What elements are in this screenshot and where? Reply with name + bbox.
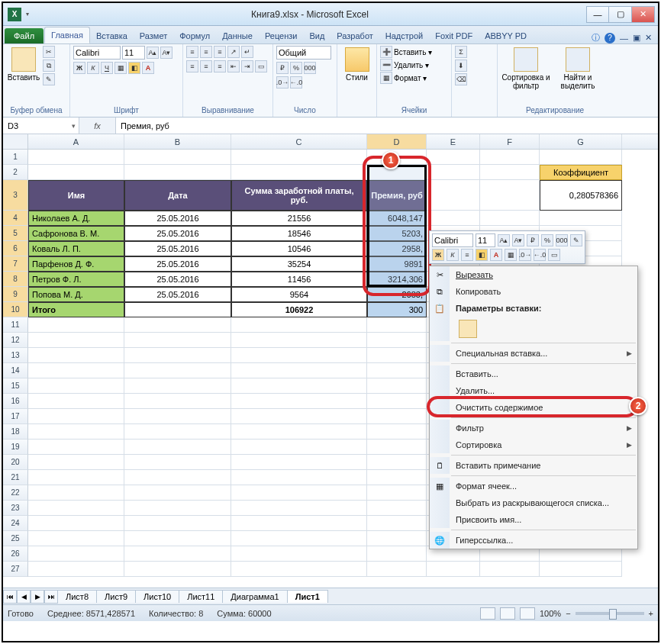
cell[interactable]: [28, 424, 124, 440]
tab-insert[interactable]: Вставка: [90, 28, 134, 43]
mini-font-name[interactable]: Calibri: [432, 233, 473, 247]
view-break-icon[interactable]: [520, 607, 535, 620]
cell[interactable]: [28, 516, 124, 531]
mini-font-color-icon[interactable]: A: [490, 249, 502, 261]
cell[interactable]: Попова М. Д.: [28, 287, 124, 302]
ctx-delete[interactable]: Удалить...: [430, 382, 637, 399]
fx-icon[interactable]: fx: [79, 118, 116, 134]
cell[interactable]: Коваль Л. П.: [28, 241, 124, 256]
cell[interactable]: [231, 363, 367, 378]
cell[interactable]: [124, 165, 231, 180]
row-header[interactable]: 16: [3, 394, 28, 409]
cell[interactable]: 3214,306: [367, 272, 427, 287]
ctx-cut[interactable]: ✂Вырезать: [430, 266, 637, 283]
mini-grow-font-icon[interactable]: A▴: [498, 234, 510, 246]
sort-filter-button[interactable]: Сортировка и фильтр: [501, 46, 551, 90]
workbook-minimize-icon[interactable]: —: [620, 34, 628, 43]
cell[interactable]: [367, 440, 427, 455]
cell[interactable]: 2683,: [367, 287, 427, 302]
autosum-icon[interactable]: Σ: [455, 46, 467, 58]
cell[interactable]: [231, 317, 367, 333]
cell[interactable]: [367, 317, 427, 333]
cell[interactable]: [124, 394, 231, 409]
decrease-font-icon[interactable]: A▾: [160, 47, 173, 59]
zoom-out-icon[interactable]: −: [566, 609, 570, 618]
row-header[interactable]: 5: [3, 226, 28, 241]
col-C[interactable]: C: [231, 134, 367, 149]
cell[interactable]: [367, 501, 427, 516]
sheet-nav-last[interactable]: ⏭: [44, 590, 58, 604]
cell[interactable]: [367, 455, 427, 470]
col-G[interactable]: G: [540, 134, 622, 149]
row-header[interactable]: 1: [3, 150, 28, 165]
cell[interactable]: [28, 378, 124, 394]
view-layout-icon[interactable]: [500, 607, 515, 620]
ctx-clear-contents[interactable]: Очистить содержимое: [430, 399, 637, 416]
cell[interactable]: [28, 501, 124, 516]
sheet-tab[interactable]: Лист8: [57, 590, 97, 603]
cell[interactable]: Сафронова В. М.: [28, 226, 124, 241]
cell[interactable]: Дата: [124, 180, 231, 211]
cell[interactable]: [28, 562, 124, 577]
ctx-hyperlink[interactable]: 🌐Гиперссылка...: [430, 532, 637, 549]
align-bottom-icon[interactable]: ≡: [214, 46, 226, 58]
cell[interactable]: 6048,147: [367, 211, 427, 226]
font-name-combo[interactable]: Calibri: [73, 46, 121, 60]
sheet-tab[interactable]: Диаграмма1: [222, 590, 287, 603]
cell[interactable]: [28, 485, 124, 501]
row-header[interactable]: 12: [3, 333, 28, 348]
ctx-copy[interactable]: ⧉Копировать: [430, 283, 637, 300]
row-header[interactable]: 17: [3, 409, 28, 424]
sheet-nav-next[interactable]: ▶: [31, 590, 44, 604]
cell[interactable]: [124, 485, 231, 501]
cell[interactable]: Николаев А. Д.: [28, 211, 124, 226]
col-E[interactable]: E: [427, 134, 480, 149]
row-header[interactable]: 18: [3, 424, 28, 440]
number-format-combo[interactable]: Общий: [276, 46, 331, 60]
col-A[interactable]: A: [28, 134, 124, 149]
cell[interactable]: [231, 424, 367, 440]
ctx-define-name[interactable]: Присвоить имя...: [430, 511, 637, 528]
cell[interactable]: [124, 348, 231, 363]
row-header[interactable]: 19: [3, 440, 28, 455]
cell[interactable]: [540, 150, 622, 165]
cell[interactable]: 25.05.2016: [124, 272, 231, 287]
mini-bold-icon[interactable]: Ж: [432, 249, 444, 261]
cell[interactable]: [28, 409, 124, 424]
cell[interactable]: 5203,: [367, 226, 427, 241]
cell[interactable]: [480, 165, 540, 180]
ctx-pick-from-dropdown[interactable]: Выбрать из раскрывающегося списка...: [430, 494, 637, 511]
ctx-format-cells[interactable]: ▦Формат ячеек...: [430, 478, 637, 494]
decrease-decimal-icon[interactable]: ←.0: [290, 76, 302, 89]
cell[interactable]: [367, 424, 427, 440]
mini-shrink-font-icon[interactable]: A▾: [512, 234, 524, 246]
cell[interactable]: [367, 363, 427, 378]
tab-view[interactable]: Вид: [303, 28, 330, 43]
cell[interactable]: [367, 516, 427, 531]
cell[interactable]: [480, 180, 540, 211]
row-header[interactable]: 26: [3, 546, 28, 562]
cell[interactable]: 18546: [231, 226, 367, 241]
mini-percent-icon[interactable]: %: [541, 234, 553, 246]
cell[interactable]: [367, 531, 427, 546]
cell[interactable]: [367, 333, 427, 348]
sheet-tab[interactable]: Лист9: [96, 590, 136, 603]
cell[interactable]: [28, 394, 124, 409]
cell[interactable]: [124, 516, 231, 531]
cell[interactable]: [124, 150, 231, 165]
cell[interactable]: [124, 531, 231, 546]
row-header[interactable]: 24: [3, 516, 28, 531]
cell[interactable]: [28, 317, 124, 333]
paste-button[interactable]: Вставить: [6, 46, 41, 82]
row-header[interactable]: 10: [3, 302, 28, 317]
delete-cells-icon[interactable]: ➖: [380, 59, 392, 71]
cell[interactable]: [124, 470, 231, 485]
cell[interactable]: [231, 150, 367, 165]
align-center-icon[interactable]: ≡: [200, 60, 212, 72]
cell[interactable]: [124, 378, 231, 394]
cell[interactable]: [28, 348, 124, 363]
align-middle-icon[interactable]: ≡: [200, 46, 212, 58]
cell[interactable]: [231, 378, 367, 394]
tab-dev[interactable]: Разработ: [330, 28, 379, 43]
close-button[interactable]: ✕: [632, 6, 655, 23]
